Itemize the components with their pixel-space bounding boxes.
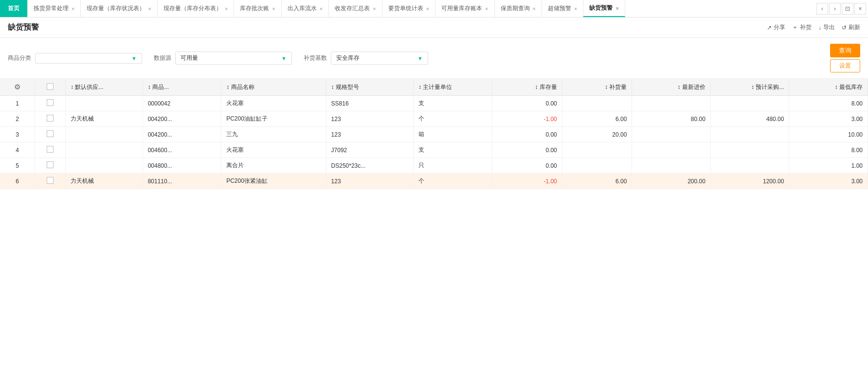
row-min-stock: 1.00 [789,158,868,174]
select-all-checkbox[interactable] [47,83,54,90]
col-header-replenish: ↕ 补货量 [562,79,632,96]
row-index: 1 [0,96,35,111]
refresh-button[interactable]: ↺ 刷新 [842,23,860,32]
table-settings-gear-icon[interactable]: ⚙ [14,83,20,91]
tab-close-batch-account[interactable]: × [272,6,275,12]
row-product-name: PC200张紧油缸 [221,174,326,189]
replenish-base-select[interactable]: 安全库存 ▼ [331,52,428,65]
replenish-base-label: 补货基数 [304,54,327,62]
tab-expiry-query[interactable]: 保质期查询× [495,0,542,17]
tab-close-stock-status[interactable]: × [148,6,151,12]
table-row: 4 004600... 火花塞 J7092 支 0.00 8.00 [0,142,868,158]
row-est-purchase [710,158,789,174]
table-row: 6 力天机械 801110... PC200张紧油缸 123 个 -1.00 6… [0,174,868,189]
share-icon: ↗ [767,24,772,31]
tab-label-shortage: 缺货预警 [589,4,613,12]
tab-label-stock-status: 现存量（库存状况表） [87,4,145,13]
row-checkbox[interactable] [47,146,54,153]
tab-label-overstock: 超储预警 [548,4,571,13]
tab-demand-stat[interactable]: 要货单统计表× [382,0,435,17]
tab-close-all-button[interactable]: × [854,3,866,15]
row-stock: 0.00 [492,127,562,142]
col-header-supplier: ↕ 默认供应... [66,79,143,96]
tab-close-demand-stat[interactable]: × [426,6,429,12]
shortage-warning-table: ⚙ ↕ 默认供应... ↕ 商品... ↕ 商品名称 [0,79,868,189]
row-checkbox[interactable] [47,130,54,137]
refresh-icon: ↺ [842,24,847,31]
col-header-checkbox [35,79,66,96]
row-checkbox[interactable] [47,99,54,106]
row-index: 3 [0,127,35,142]
row-supplier: 力天机械 [66,111,143,127]
row-checkbox[interactable] [47,177,54,184]
tab-label-demand-stat: 要货单统计表 [388,4,423,13]
query-button[interactable]: 查询 [830,44,860,57]
tab-close-available-ledger[interactable]: × [485,6,488,12]
page-content: 缺货预警 ↗ 分享 ＋ 补货 ↓ 导出 ↺ 刷新 商品分类 [0,18,868,387]
row-stock: 0.00 [492,158,562,174]
row-spec: 123 [326,174,413,189]
replenish-base-value: 安全库存 [336,54,360,62]
tab-receive-summary[interactable]: 收发存汇总表× [329,0,382,17]
row-checkbox-cell [35,96,66,111]
tab-shortage[interactable]: 缺货预警× [583,0,625,17]
tab-label-expiry-query: 保质期查询 [501,4,530,13]
export-button[interactable]: ↓ 导出 [818,23,835,32]
row-product-name: 火花塞 [221,142,326,158]
category-filter-group: 商品分类 ▼ [8,53,142,64]
row-stock: 0.00 [492,96,562,111]
tab-close-shortage[interactable]: × [615,5,618,11]
settings-button[interactable]: 设置 [830,59,860,72]
row-unit: 个 [414,111,492,127]
row-product-code: 004600... [143,142,221,158]
filter-action-buttons: 查询 设置 [830,44,860,72]
category-select[interactable]: ▼ [35,53,142,64]
datasource-select[interactable]: 可用量 ▼ [175,52,292,65]
tab-inout-flow[interactable]: 出入库流水× [282,0,329,17]
row-supplier [66,127,143,142]
tab-overstock[interactable]: 超储预警× [542,0,583,17]
tab-close-expiry-query[interactable]: × [533,6,536,12]
row-index: 2 [0,111,35,127]
tab-prev-button[interactable]: ‹ [816,3,828,15]
tab-available-ledger[interactable]: 可用量库存账本× [435,0,494,17]
row-checkbox[interactable] [47,161,54,168]
tab-close-stock-dist[interactable]: × [225,6,228,12]
filter-area: 商品分类 ▼ 数据源 可用量 ▼ 补货基数 安全库存 ▼ 查询 设置 [0,38,868,79]
row-checkbox-cell [35,127,66,142]
row-latest-price: 200.00 [632,174,711,189]
tab-close-overstock[interactable]: × [574,6,577,12]
row-checkbox-cell [35,174,66,189]
row-est-purchase: 480.00 [710,111,789,127]
row-stock: 0.00 [492,142,562,158]
col-header-spec: ↕ 规格型号 [326,79,413,96]
table-header-row: ⚙ ↕ 默认供应... ↕ 商品... ↕ 商品名称 [0,79,868,96]
tab-close-inout-flow[interactable]: × [320,6,323,12]
tab-batch-account[interactable]: 库存批次账× [234,0,281,17]
row-checkbox[interactable] [47,115,54,122]
tab-close-receive-summary[interactable]: × [373,6,376,12]
tab-next-button[interactable]: › [829,3,841,15]
replenish-button[interactable]: ＋ 补货 [792,23,812,32]
tab-bar: 首页拣货异常处理×现存量（库存状况表）×现存量（库存分布表）×库存批次账×出入库… [0,0,868,18]
row-spec: SS816 [326,96,413,111]
row-est-purchase [710,127,789,142]
replenish-icon: ＋ [792,23,798,32]
tab-abnormal[interactable]: 拣货异常处理× [28,0,81,17]
tab-stock-dist[interactable]: 现存量（库存分布表）× [158,0,234,17]
tab-home[interactable]: 首页 [0,0,28,17]
tab-stock-status[interactable]: 现存量（库存状况表）× [81,0,157,17]
tab-restore-button[interactable]: ⊡ [842,3,853,15]
datasource-value: 可用量 [181,54,198,62]
tab-label-home: 首页 [8,4,19,13]
col-header-settings: ⚙ [0,79,35,96]
row-replenish [562,158,632,174]
export-icon: ↓ [818,24,821,31]
row-spec: 123 [326,127,413,142]
row-unit: 只 [414,158,492,174]
col-header-min-stock: ↕ 最低库存 [789,79,868,96]
tab-label-abnormal: 拣货异常处理 [34,4,69,13]
share-button[interactable]: ↗ 分享 [767,23,785,32]
tab-close-abnormal[interactable]: × [72,6,74,12]
row-latest-price: 80.00 [632,111,711,127]
